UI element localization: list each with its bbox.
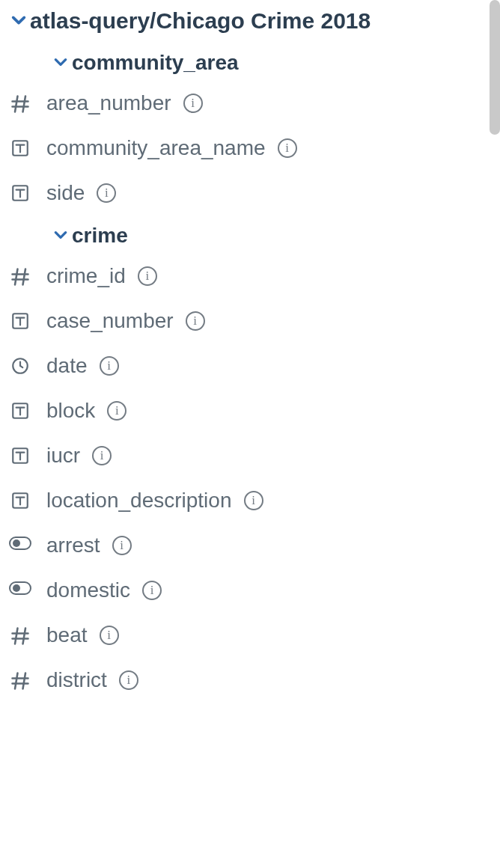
field-case_number[interactable]: case_number i (7, 299, 500, 343)
number-icon (7, 91, 33, 114)
info-icon[interactable]: i (95, 399, 126, 421)
number-icon (7, 264, 33, 287)
svg-point-8 (13, 540, 20, 547)
field-label: area_number (33, 91, 171, 115)
number-icon (7, 623, 33, 647)
group-community_area[interactable]: community_area (7, 47, 500, 81)
field-label: location_description (33, 489, 232, 513)
scrollbar[interactable] (490, 0, 500, 135)
info-icon[interactable]: i (88, 354, 119, 376)
info-icon[interactable]: i (174, 309, 205, 331)
field-label: crime_id (33, 264, 126, 288)
text-icon (7, 309, 33, 331)
field-label: community_area_name (33, 136, 266, 160)
field-community_area_name[interactable]: community_area_name i (7, 126, 500, 171)
boolean-icon (7, 534, 33, 551)
field-date[interactable]: date i (7, 343, 500, 388)
field-location_description[interactable]: location_description i (7, 478, 500, 523)
field-label: domestic (33, 578, 130, 602)
info-icon[interactable]: i (88, 623, 119, 645)
number-icon (7, 668, 33, 691)
info-icon[interactable]: i (100, 534, 132, 555)
field-label: arrest (33, 534, 100, 557)
info-icon[interactable]: i (266, 136, 297, 158)
field-label: beat (33, 623, 88, 647)
field-label: block (33, 399, 95, 423)
schema-tree: atlas-query/Chicago Crime 2018 community… (0, 0, 500, 703)
info-icon[interactable]: i (85, 181, 116, 203)
field-label: side (33, 181, 85, 205)
group-crime[interactable]: crime (7, 216, 500, 254)
field-block[interactable]: block i (7, 388, 500, 433)
field-label: date (33, 354, 88, 378)
root-node[interactable]: atlas-query/Chicago Crime 2018 (7, 6, 500, 47)
field-crime_id[interactable]: crime_id i (7, 254, 500, 299)
info-icon[interactable]: i (126, 264, 157, 286)
chevron-down-icon (49, 50, 72, 70)
group-label: community_area (72, 50, 239, 75)
chevron-down-icon (49, 223, 72, 242)
info-icon[interactable]: i (107, 668, 138, 690)
text-icon (7, 444, 33, 465)
text-icon (7, 181, 33, 203)
field-side[interactable]: side i (7, 171, 500, 216)
info-icon[interactable]: i (232, 489, 263, 510)
datetime-icon (7, 354, 33, 376)
field-district[interactable]: district i (7, 658, 500, 703)
info-icon[interactable]: i (80, 444, 112, 465)
field-area_number[interactable]: area_number i (7, 81, 500, 126)
info-icon[interactable]: i (130, 578, 162, 600)
field-arrest[interactable]: arrest i (7, 523, 500, 568)
boolean-icon (7, 578, 33, 596)
text-icon (7, 489, 33, 510)
field-label: district (33, 668, 107, 692)
group-label: crime (72, 223, 128, 248)
field-label: case_number (33, 309, 174, 333)
root-title: atlas-query/Chicago Crime 2018 (30, 7, 371, 34)
info-icon[interactable]: i (171, 91, 203, 113)
chevron-down-icon (7, 7, 30, 28)
field-beat[interactable]: beat i (7, 613, 500, 658)
text-icon (7, 136, 33, 158)
field-domestic[interactable]: domestic i (7, 568, 500, 613)
text-icon (7, 399, 33, 421)
svg-point-10 (13, 584, 20, 592)
field-iucr[interactable]: iucr i (7, 433, 500, 478)
field-label: iucr (33, 444, 80, 468)
